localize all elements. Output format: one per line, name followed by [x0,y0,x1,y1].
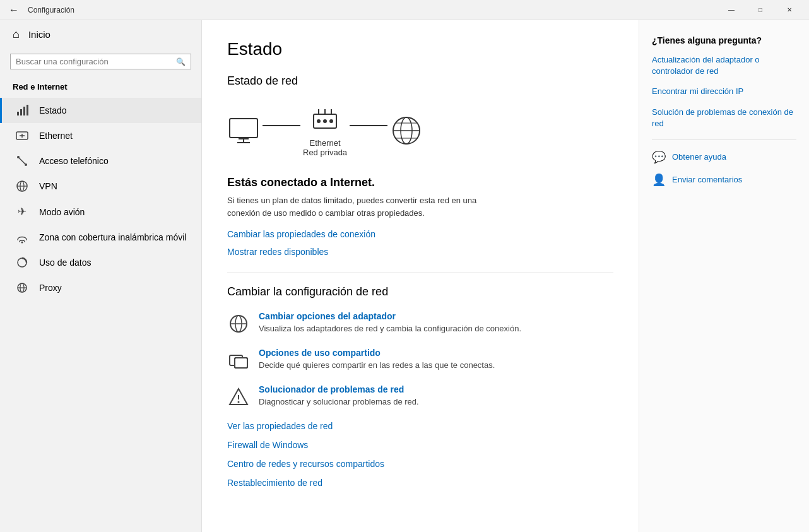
sidebar-label-zona: Zona con cobertura inalámbrica móvil [39,232,186,242]
show-networks-link[interactable]: Mostrar redes disponibles [227,247,613,257]
rp-action-comentarios[interactable]: 👤 Enviar comentarios [652,173,796,187]
solucionador-title[interactable]: Solucionador de problemas de red [259,384,419,394]
adaptador-title[interactable]: Cambiar opciones del adaptador [259,311,521,321]
globe-icon [390,114,423,150]
sidebar-label-estado: Estado [39,105,67,115]
sidebar-item-zona[interactable]: Zona con cobertura inalámbrica móvil [0,225,201,250]
adaptador-icon [227,312,250,335]
page-title: Estado [227,39,613,59]
network-status-title: Estado de red [227,74,613,88]
sidebar-item-uso-datos[interactable]: Uso de datos [0,250,201,275]
option-solucionador: Solucionador de problemas de red Diagnos… [227,384,613,408]
zona-icon [13,231,32,244]
sidebar-item-home[interactable]: ⌂ Inicio [0,20,201,49]
svg-point-7 [17,156,20,158]
network-diagram: Ethernet Red privada [227,100,613,163]
minimize-button[interactable]: — [717,0,746,20]
back-button[interactable]: ← [5,1,23,19]
sidebar-label-ethernet: Ethernet [39,131,73,141]
vpn-icon [13,180,32,192]
router-icon: Ethernet Red privada [303,107,347,157]
estado-icon [13,104,32,117]
maximize-button[interactable]: □ [746,0,775,20]
rp-divider [652,139,796,140]
change-section-title: Cambiar la configuración de red [227,285,613,299]
computer-icon [227,116,260,148]
search-input[interactable] [16,57,176,66]
rp-action-ayuda[interactable]: 💬 Obtener ayuda [652,150,796,164]
ayuda-icon: 💬 [652,150,666,164]
link-centro-redes[interactable]: Centro de redes y recursos compartidos [227,459,613,469]
svg-point-25 [317,119,321,123]
compartido-title[interactable]: Opciones de uso compartido [259,348,495,358]
solucionador-desc: Diagnosticar y solucionar problemas de r… [259,396,419,408]
change-connection-link[interactable]: Cambiar las propiedades de conexión [227,229,613,239]
sidebar-item-ethernet[interactable]: Ethernet [0,123,201,148]
sidebar-label-vpn: VPN [39,181,57,191]
line-1 [263,125,300,126]
svg-rect-1 [20,109,22,115]
bottom-links: Ver las propiedades de red Firewall de W… [227,421,613,488]
rp-ayuda-label: Obtener ayuda [672,152,726,162]
home-icon: ⌂ [13,28,20,41]
svg-point-41 [238,401,240,403]
proxy-icon [13,281,32,294]
adaptador-desc: Visualiza los adaptadores de red y cambi… [259,323,521,334]
comentarios-icon: 👤 [652,173,666,187]
svg-point-12 [21,242,23,244]
svg-rect-2 [23,107,25,115]
sidebar-search-box[interactable]: 🔍 [10,54,191,69]
sidebar-item-acceso[interactable]: Acceso telefónico [0,148,201,174]
avion-icon: ✈ [13,205,32,218]
svg-rect-17 [230,119,257,138]
rp-question: ¿Tienes alguna pregunta? [652,35,796,45]
sidebar-item-vpn[interactable]: VPN [0,174,201,199]
rp-link-2[interactable]: Solución de problemas de conexión de red [652,107,796,129]
svg-point-27 [329,119,333,123]
svg-point-8 [25,163,27,166]
connected-text: Estás conectado a Internet. [227,176,613,189]
line-2 [350,125,387,126]
close-button[interactable]: ✕ [775,0,804,20]
sidebar-section-title: Red e Internet [0,77,201,98]
sidebar-label-avion: Modo avión [39,207,85,217]
rp-comentarios-label: Enviar comentarios [672,175,742,184]
sidebar-label-proxy: Proxy [39,283,62,293]
window-controls: — □ ✕ [717,0,804,20]
svg-rect-0 [17,112,19,115]
solucionador-icon [227,386,250,408]
rp-link-0[interactable]: Actualización del adaptador o controlado… [652,54,796,77]
svg-rect-37 [235,358,247,368]
sidebar-home-label: Inicio [28,29,50,40]
sidebar-item-estado[interactable]: Estado [0,98,201,123]
option-adaptador: Cambiar opciones del adaptador Visualiza… [227,311,613,335]
svg-point-26 [323,119,327,123]
link-firewall[interactable]: Firewall de Windows [227,440,613,450]
app-body: ⌂ Inicio 🔍 Red e Internet Estado [0,20,809,532]
connected-desc: Si tienes un plan de datos limitado, pue… [227,194,492,219]
sidebar-item-modo-avion[interactable]: ✈ Modo avión [0,199,201,225]
sidebar-label-acceso: Acceso telefónico [39,156,109,166]
option-compartido: Opciones de uso compartido Decide qué qu… [227,348,613,372]
svg-rect-3 [27,105,28,115]
sidebar-item-proxy[interactable]: Proxy [0,275,201,300]
acceso-icon [13,155,32,167]
right-panel: ¿Tienes alguna pregunta? Actualización d… [639,20,809,532]
main-content: Estado Estado de red [202,20,639,532]
titlebar-title: Configuración [28,6,74,15]
titlebar: ← Configuración — □ ✕ [0,0,809,20]
compartido-icon [227,349,250,372]
network-label: Ethernet Red privada [303,138,347,157]
rp-link-1[interactable]: Encontrar mi dirección IP [652,86,796,97]
ethernet-icon [13,129,32,142]
uso-icon [13,256,32,269]
compartido-desc: Decide qué quieres compartir en las rede… [259,360,495,371]
sidebar: ⌂ Inicio 🔍 Red e Internet Estado [0,20,202,532]
sidebar-label-uso: Uso de datos [39,257,92,268]
search-icon: 🔍 [176,57,186,66]
link-restablecimiento[interactable]: Restablecimiento de red [227,478,613,488]
link-propiedades[interactable]: Ver las propiedades de red [227,421,613,431]
